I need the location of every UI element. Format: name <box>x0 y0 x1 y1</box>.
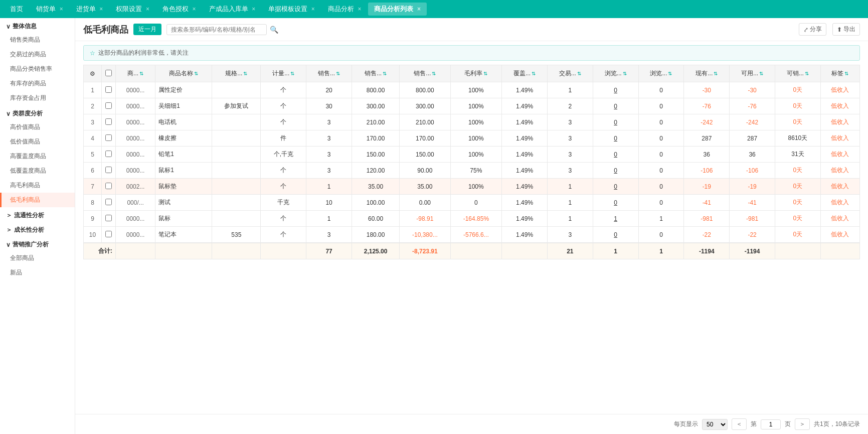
col-sellable[interactable]: 可销...⇅ <box>775 65 821 82</box>
cell-view1-3[interactable]: 0 <box>593 130 638 147</box>
sidebar-item-new-goods[interactable]: 新品 <box>0 265 75 280</box>
col-sales-qty[interactable]: 销售...⇅ <box>306 65 352 82</box>
summary-view2: 1 <box>638 243 684 259</box>
cell-current-stock-0: -30 <box>684 82 730 98</box>
nav-template-settings[interactable]: 单据模板设置 × <box>262 3 321 16</box>
sidebar-item-stock-goods[interactable]: 有库存的商品 <box>0 76 75 91</box>
cell-view1-1[interactable]: 0 <box>593 98 638 114</box>
cell-current-stock-6: -19 <box>684 179 730 195</box>
page-number-input[interactable] <box>761 419 781 429</box>
cell-checkbox-6[interactable] <box>102 179 116 195</box>
sidebar-item-traded-goods[interactable]: 交易过的商品 <box>0 47 75 62</box>
cell-view1-9[interactable]: 0 <box>593 227 638 243</box>
cell-view1-7[interactable]: 0 <box>593 195 638 211</box>
sidebar-group-overview[interactable]: ∨ 整体信息 <box>0 18 75 33</box>
col-settings[interactable]: ⚙ <box>84 65 102 82</box>
search-input[interactable] <box>166 24 267 35</box>
sidebar-item-all-goods[interactable]: 全部商品 <box>0 251 75 265</box>
search-icon[interactable]: 🔍 <box>270 26 278 34</box>
col-name[interactable]: 商品名称⇅ <box>155 65 212 82</box>
nav-sales-order[interactable]: 销货单 × <box>30 3 69 16</box>
data-table: ⚙ 商...⇅ 商品名称⇅ 规格...⇅ 计量...⇅ 销售...⇅ 销售...… <box>83 65 860 259</box>
sidebar-group-growth[interactable]: ＞ 成长性分析 <box>0 222 75 236</box>
col-sales-amount[interactable]: 销售...⇅ <box>352 65 400 82</box>
sidebar-item-low-margin[interactable]: 低毛利商品 <box>0 193 75 207</box>
col-gross-margin[interactable]: 毛利率⇅ <box>450 65 502 82</box>
col-tag[interactable]: 标签⇅ <box>820 65 859 82</box>
cell-checkbox-1[interactable] <box>102 98 116 114</box>
cell-checkbox-3[interactable] <box>102 130 116 147</box>
cell-gross-margin-8: -164.85% <box>450 211 502 227</box>
row-checkbox-3[interactable] <box>105 134 112 141</box>
sidebar-group-cluster[interactable]: ∨ 类群度分析 <box>0 105 75 120</box>
col-spec[interactable]: 规格...⇅ <box>212 65 261 82</box>
col-view1[interactable]: 浏览...⇅ <box>593 65 638 82</box>
cell-available-6: -19 <box>730 179 775 195</box>
nav-role-auth[interactable]: 角色授权 × <box>156 3 202 16</box>
cell-checkbox-5[interactable] <box>102 163 116 179</box>
prev-page-button[interactable]: ＜ <box>732 418 747 430</box>
cell-checkbox-9[interactable] <box>102 227 116 243</box>
nav-goods-analysis[interactable]: 商品分析 × <box>322 3 368 16</box>
select-all-checkbox[interactable] <box>105 70 112 76</box>
cell-view1-5[interactable]: 0 <box>593 163 638 179</box>
col-available[interactable]: 可用...⇅ <box>730 65 775 82</box>
nav-purchase-order[interactable]: 进货单 × <box>70 3 109 16</box>
cell-checkbox-4[interactable] <box>102 147 116 163</box>
cell-checkbox-8[interactable] <box>102 211 116 227</box>
nav-close-role[interactable]: × <box>193 6 196 13</box>
cell-trade-count-1: 2 <box>547 98 593 114</box>
share-button[interactable]: ⤤ 分享 <box>799 23 826 36</box>
col-sales-profit[interactable]: 销售...⇅ <box>400 65 450 82</box>
sidebar-item-high-value[interactable]: 高价值商品 <box>0 120 75 134</box>
sidebar-item-sales-goods[interactable]: 销售类商品 <box>0 33 75 47</box>
nav-close-sales[interactable]: × <box>60 6 63 13</box>
nav-close-goods[interactable]: × <box>358 6 361 13</box>
page-size-select[interactable]: 50 100 200 <box>702 419 728 430</box>
cell-view1-0[interactable]: 0 <box>593 82 638 98</box>
col-current-stock[interactable]: 现有...⇅ <box>684 65 730 82</box>
row-checkbox-0[interactable] <box>105 86 112 93</box>
nav-close-permission[interactable]: × <box>146 6 149 13</box>
row-checkbox-4[interactable] <box>105 151 112 157</box>
cell-view1-6[interactable]: 0 <box>593 179 638 195</box>
period-button[interactable]: 近一月 <box>133 24 161 35</box>
sidebar-item-low-coverage[interactable]: 低覆盖度商品 <box>0 164 75 178</box>
nav-close-purchase[interactable]: × <box>99 6 103 13</box>
row-checkbox-7[interactable] <box>105 199 112 205</box>
col-unit[interactable]: 计量...⇅ <box>261 65 306 82</box>
row-checkbox-2[interactable] <box>105 118 112 125</box>
col-coverage[interactable]: 覆盖...⇅ <box>502 65 548 82</box>
nav-product-entry[interactable]: 产成品入库单 × <box>203 3 262 16</box>
row-checkbox-8[interactable] <box>105 215 112 221</box>
col-code[interactable]: 商...⇅ <box>116 65 155 82</box>
sidebar-item-low-value[interactable]: 低价值商品 <box>0 134 75 149</box>
cell-view1-2[interactable]: 0 <box>593 114 638 130</box>
sidebar-item-high-coverage[interactable]: 高覆盖度商品 <box>0 149 75 164</box>
cell-view1-8[interactable]: 1 <box>593 211 638 227</box>
nav-home[interactable]: 首页 <box>4 3 29 16</box>
row-checkbox-5[interactable] <box>105 167 112 173</box>
cell-view1-4[interactable]: 0 <box>593 147 638 163</box>
sidebar-item-category-sales-rate[interactable]: 商品分类销售率 <box>0 62 75 76</box>
nav-goods-analysis-list[interactable]: 商品分析列表 × <box>368 3 427 16</box>
nav-close-template[interactable]: × <box>311 6 315 13</box>
row-checkbox-6[interactable] <box>105 183 112 189</box>
sidebar-group-marketing[interactable]: ∨ 营销推广分析 <box>0 236 75 251</box>
cell-tag-1: 低收入 <box>820 98 859 114</box>
col-trade-count[interactable]: 交易...⇅ <box>547 65 593 82</box>
cell-checkbox-7[interactable] <box>102 195 116 211</box>
row-checkbox-9[interactable] <box>105 231 112 237</box>
export-button[interactable]: ⬆ 导出 <box>832 23 860 36</box>
sidebar-item-stock-capital[interactable]: 库存资金占用 <box>0 91 75 105</box>
sidebar-group-liquidity[interactable]: ＞ 流通性分析 <box>0 207 75 222</box>
sidebar-item-high-margin[interactable]: 高毛利商品 <box>0 178 75 193</box>
next-page-button[interactable]: ＞ <box>795 418 810 430</box>
cell-checkbox-2[interactable] <box>102 114 116 130</box>
col-view2[interactable]: 浏览...⇅ <box>638 65 684 82</box>
cell-checkbox-0[interactable] <box>102 82 116 98</box>
row-checkbox-1[interactable] <box>105 102 112 109</box>
nav-close-product[interactable]: × <box>252 6 255 13</box>
nav-permission[interactable]: 权限设置 × <box>110 3 155 16</box>
nav-close-goods-list[interactable]: × <box>417 6 421 13</box>
